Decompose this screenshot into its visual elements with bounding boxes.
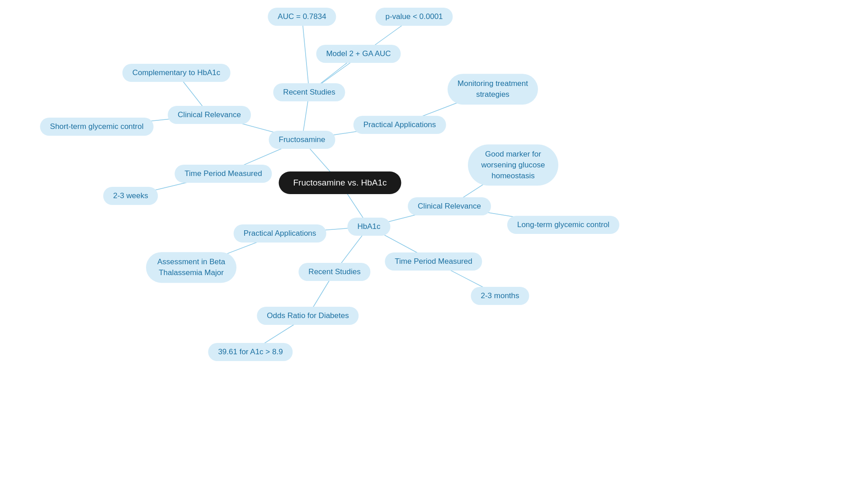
node-hba1c-recent[interactable]: Recent Studies	[298, 263, 370, 281]
center-node[interactable]: Fructosamine vs. HbA1c	[279, 171, 401, 194]
mind-map: Fructosamine vs. HbA1cFructosamineHbA1cR…	[0, 0, 868, 490]
node-odds-ratio[interactable]: Odds Ratio for Diabetes	[257, 307, 359, 325]
node-model2[interactable]: Model 2 + GA AUC	[316, 45, 401, 63]
node-hba1c-time-period[interactable]: Time Period Measured	[385, 252, 482, 271]
node-good-marker[interactable]: Good marker for worsening glucose homeos…	[468, 144, 558, 186]
node-hba1c[interactable]: HbA1c	[347, 218, 390, 236]
node-fructosamine[interactable]: Fructosamine	[269, 131, 335, 149]
node-long-term[interactable]: Long-term glycemic control	[507, 216, 619, 234]
node-monitoring[interactable]: Monitoring treatment strategies	[448, 74, 538, 105]
svg-line-6	[302, 17, 309, 92]
node-short-term[interactable]: Short-term glycemic control	[40, 118, 154, 136]
node-39-61[interactable]: 39.61 for A1c > 8.9	[208, 343, 292, 361]
node-hba1c-clinical[interactable]: Clinical Relevance	[408, 197, 491, 215]
node-months-2-3[interactable]: 2-3 months	[471, 287, 529, 305]
node-hba1c-practical[interactable]: Practical Applications	[234, 224, 326, 243]
node-fruct-recent-studies[interactable]: Recent Studies	[273, 83, 345, 101]
node-fruct-practical-apps[interactable]: Practical Applications	[354, 116, 446, 134]
node-auc[interactable]: AUC = 0.7834	[268, 8, 336, 26]
node-fruct-clinical-relevance[interactable]: Clinical Relevance	[168, 106, 251, 124]
node-weeks-2-3[interactable]: 2-3 weeks	[103, 187, 158, 205]
node-fruct-time-period[interactable]: Time Period Measured	[175, 165, 272, 183]
node-pvalue[interactable]: p-value < 0.0001	[375, 8, 453, 26]
node-beta-thal[interactable]: Assessment in Beta Thalassemia Major	[146, 252, 236, 283]
node-comp-hba1c[interactable]: Complementary to HbA1c	[123, 64, 231, 82]
